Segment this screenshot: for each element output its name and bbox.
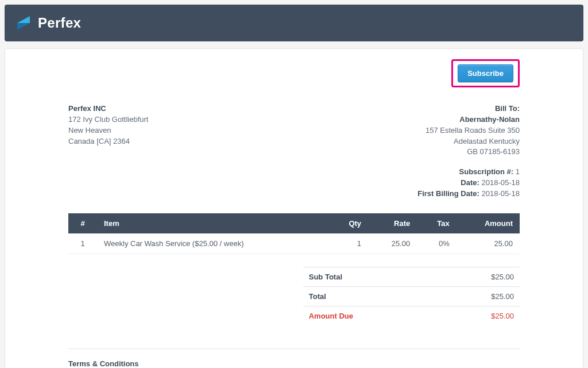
cell-tax: 0%	[417, 233, 456, 254]
cell-num: 1	[68, 233, 97, 254]
subtotal-label: Sub Total	[309, 273, 342, 281]
from-line3: Canada [CA] 2364	[68, 136, 148, 147]
bill-to-name: Abernathy-Nolan	[417, 114, 520, 125]
totals: Sub Total $25.00 Total $25.00 Amount Due…	[303, 267, 520, 325]
divider	[68, 348, 520, 349]
subscription-number-label: Subscription #:	[459, 167, 514, 176]
first-billing-value: 2018-05-18	[482, 189, 520, 198]
subscribe-button[interactable]: Subscribe	[458, 64, 513, 82]
subscription-number-value: 1	[516, 167, 520, 176]
first-billing-label: First Billing Date:	[417, 189, 479, 198]
bill-to-heading: Bill To:	[417, 103, 520, 114]
cell-qty: 1	[328, 233, 368, 254]
from-name: Perfex INC	[68, 103, 148, 114]
total-value: $25.00	[491, 292, 514, 301]
topbar: Perfex	[5, 5, 583, 41]
terms-heading: Terms & Conditions	[68, 359, 520, 368]
from-line1: 172 Ivy Club Gottliebfurt	[68, 114, 148, 125]
amount-due-label: Amount Due	[309, 312, 353, 320]
amount-due-value: $25.00	[491, 312, 514, 320]
table-row: 1 Weekly Car Wash Service ($25.00 / week…	[68, 233, 520, 254]
col-num: #	[68, 213, 97, 233]
total-label: Total	[309, 292, 326, 301]
col-amount: Amount	[457, 213, 520, 233]
col-tax: Tax	[417, 213, 456, 233]
bill-to-line1: 157 Estella Roads Suite 350	[417, 125, 520, 136]
bill-to-address: Bill To: Abernathy-Nolan 157 Estella Roa…	[417, 103, 520, 200]
cell-item: Weekly Car Wash Service ($25.00 / week)	[97, 233, 328, 254]
line-items-table: # Item Qty Rate Tax Amount 1 Weekly Car …	[68, 213, 520, 254]
date-value: 2018-05-18	[482, 178, 520, 187]
subscribe-highlight: Subscribe	[451, 59, 520, 87]
date-label: Date:	[461, 178, 479, 187]
col-rate: Rate	[368, 213, 417, 233]
actions-bar: Subscribe	[68, 59, 520, 87]
from-line2: New Heaven	[68, 125, 148, 136]
bill-to-line3: GB 07185-6193	[417, 147, 520, 158]
cell-rate: 25.00	[368, 233, 417, 254]
cell-amount: 25.00	[457, 233, 520, 254]
col-qty: Qty	[328, 213, 368, 233]
logo-icon	[17, 16, 30, 30]
col-item: Item	[97, 213, 328, 233]
bill-to-line2: Adelastad Kentucky	[417, 136, 520, 147]
from-address: Perfex INC 172 Ivy Club Gottliebfurt New…	[68, 103, 148, 200]
invoice-card: Subscribe Perfex INC 172 Ivy Club Gottli…	[5, 48, 583, 368]
brand-title: Perfex	[38, 15, 81, 31]
subtotal-value: $25.00	[491, 273, 514, 281]
